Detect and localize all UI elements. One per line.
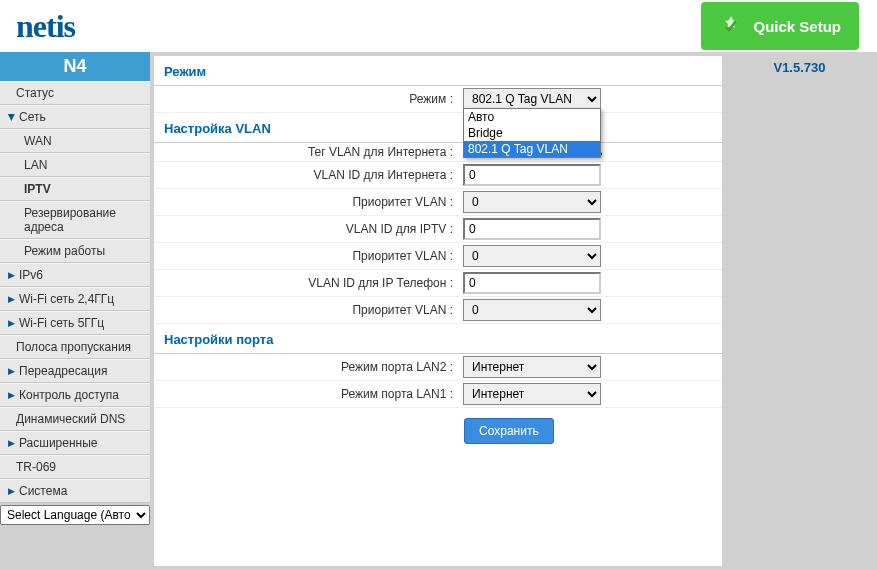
input-vlan-id-phone[interactable] [463, 272, 601, 294]
sidebar-item-workmode[interactable]: Режим работы [0, 239, 150, 263]
sidebar-item-iptv[interactable]: IPTV [0, 177, 150, 201]
sidebar-item-advanced[interactable]: ▶Расширенные [0, 431, 150, 455]
section-vlan-title: Настройка VLAN [154, 113, 722, 143]
save-row: Сохранить [154, 408, 722, 454]
sidebar-item-ddns[interactable]: Динамический DNS [0, 407, 150, 431]
sidebar-item-network[interactable]: ▶Сеть [0, 105, 150, 129]
save-button[interactable]: Сохранить [464, 418, 554, 444]
label-port-lan1: Режим порта LAN1 : [154, 387, 459, 401]
chevron-icon: ▶ [8, 366, 15, 376]
header: netis Quick Setup [0, 0, 877, 52]
sidebar-item-bandwidth[interactable]: Полоса пропускания [0, 335, 150, 359]
quick-setup-label: Quick Setup [753, 18, 841, 35]
main-panel: Режим Режим : 802.1 Q Tag VLAN Авто Brid… [154, 56, 722, 566]
chevron-icon: ▶ [8, 270, 15, 280]
label-vlan-prio1: Приоритет VLAN : [154, 195, 459, 209]
row-port-lan1: Режим порта LAN1 : Интернет [154, 381, 722, 408]
row-tag-vlan: Тег VLAN для Интернета : ить [154, 143, 722, 162]
select-port-lan2[interactable]: Интернет [463, 356, 601, 378]
model-label: N4 [0, 52, 150, 81]
right-column: V1.5.730 [722, 52, 877, 570]
mode-option-tag[interactable]: 802.1 Q Tag VLAN [464, 141, 600, 157]
mode-select[interactable]: 802.1 Q Tag VLAN [463, 88, 601, 110]
row-mode: Режим : 802.1 Q Tag VLAN Авто Bridge 802… [154, 86, 722, 113]
sidebar-item-forwarding[interactable]: ▶Переадресация [0, 359, 150, 383]
chevron-icon: ▶ [8, 318, 15, 328]
row-vlan-prio3: Приоритет VLAN : 0 [154, 297, 722, 324]
sidebar-item-reserve[interactable]: Резервирование адреса [0, 201, 150, 239]
section-port-title: Настройки порта [154, 324, 722, 354]
input-vlan-id-wan[interactable] [463, 164, 601, 186]
input-vlan-id-iptv[interactable] [463, 218, 601, 240]
select-vlan-prio1[interactable]: 0 [463, 191, 601, 213]
mode-option-auto[interactable]: Авто [464, 109, 600, 125]
chevron-icon: ▶ [8, 486, 15, 496]
label-port-lan2: Режим порта LAN2 : [154, 360, 459, 374]
row-vlan-prio2: Приоритет VLAN : 0 [154, 243, 722, 270]
chevron-icon: ▶ [8, 390, 15, 400]
sidebar: N4 Статус ▶Сеть WAN LAN IPTV Резервирова… [0, 52, 150, 570]
label-vlan-id-wan: VLAN ID для Интернета : [154, 168, 459, 182]
sidebar-item-lan[interactable]: LAN [0, 153, 150, 177]
select-port-lan1[interactable]: Интернет [463, 383, 601, 405]
row-vlan-prio1: Приоритет VLAN : 0 [154, 189, 722, 216]
chevron-icon: ▶ [8, 438, 15, 448]
sidebar-item-wifi24[interactable]: ▶Wi-Fi сеть 2,4ГГц [0, 287, 150, 311]
mode-option-bridge[interactable]: Bridge [464, 125, 600, 141]
chevron-down-icon: ▶ [7, 114, 17, 121]
section-mode-title: Режим [154, 56, 722, 86]
label-vlan-prio2: Приоритет VLAN : [154, 249, 459, 263]
container: N4 Статус ▶Сеть WAN LAN IPTV Резервирова… [0, 52, 877, 570]
quick-setup-button[interactable]: Quick Setup [701, 2, 859, 50]
row-vlan-id-phone: VLAN ID для IP Телефон : [154, 270, 722, 297]
sidebar-item-wan[interactable]: WAN [0, 129, 150, 153]
label-vlan-id-phone: VLAN ID для IP Телефон : [154, 276, 459, 290]
row-vlan-id-wan: VLAN ID для Интернета : [154, 162, 722, 189]
label-tag-vlan: Тег VLAN для Интернета : [154, 145, 459, 159]
select-vlan-prio2[interactable]: 0 [463, 245, 601, 267]
sidebar-item-status[interactable]: Статус [0, 81, 150, 105]
row-vlan-id-iptv: VLAN ID для IPTV : [154, 216, 722, 243]
sidebar-item-wifi5[interactable]: ▶Wi-Fi сеть 5ГГц [0, 311, 150, 335]
mode-dropdown-list: Авто Bridge 802.1 Q Tag VLAN [463, 108, 601, 158]
label-mode: Режим : [154, 92, 459, 106]
language-select-row: Select Language (Авто) [0, 505, 150, 525]
row-port-lan2: Режим порта LAN2 : Интернет [154, 354, 722, 381]
sidebar-item-ipv6[interactable]: ▶IPv6 [0, 263, 150, 287]
chevron-icon: ▶ [8, 294, 15, 304]
wizard-icon [719, 14, 743, 38]
label-vlan-id-iptv: VLAN ID для IPTV : [154, 222, 459, 236]
version-label: V1.5.730 [730, 60, 869, 75]
sidebar-item-access[interactable]: ▶Контроль доступа [0, 383, 150, 407]
control-mode: 802.1 Q Tag VLAN Авто Bridge 802.1 Q Tag… [459, 88, 601, 110]
label-vlan-prio3: Приоритет VLAN : [154, 303, 459, 317]
logo: netis [16, 8, 75, 45]
sidebar-item-tr069[interactable]: TR-069 [0, 455, 150, 479]
language-select[interactable]: Select Language (Авто) [0, 505, 150, 525]
select-vlan-prio3[interactable]: 0 [463, 299, 601, 321]
sidebar-item-system[interactable]: ▶Система [0, 479, 150, 503]
